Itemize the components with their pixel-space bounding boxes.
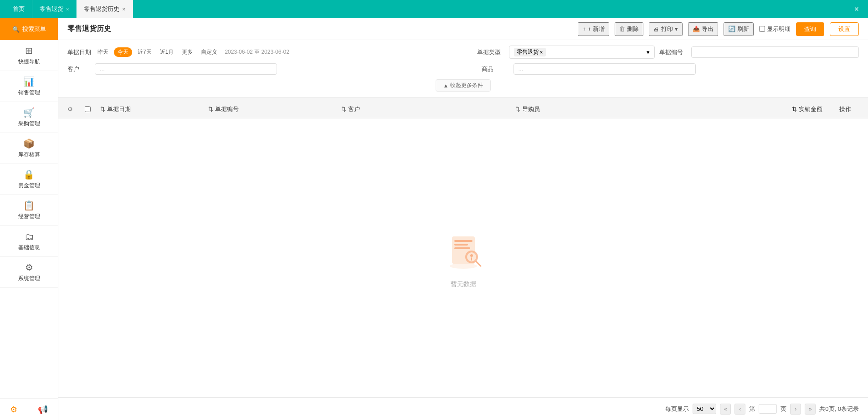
tab-retail-return-label: 零售退货 [40, 5, 63, 13]
show-detail-checkbox[interactable] [759, 26, 765, 32]
th-guide[interactable]: ⇅ 导购员 [511, 105, 644, 113]
th-guide-label: 导购员 [522, 105, 540, 113]
th-action-label: 操作 [839, 105, 851, 113]
type-tag-close[interactable]: × [540, 49, 543, 56]
pagination: 每页显示 50 20 100 « ‹ 第 1 页 › » 共0页, 0条记录 [58, 397, 868, 420]
type-filter-label: 单据类型 [477, 48, 504, 56]
filter-area: 单据日期 昨天 今天 近7天 近1月 更多 自定义 2023-06-02 至 2… [58, 40, 868, 97]
sidebar-item-sales-mgmt[interactable]: 📊 销售管理 [0, 71, 58, 102]
page-unit: 页 [781, 405, 786, 413]
date-today[interactable]: 今天 [114, 47, 132, 57]
search-icon: 🔍 [12, 26, 20, 33]
tab-retail-return-history[interactable]: 零售退货历史 × [77, 0, 133, 18]
tab-retail-return-close[interactable]: × [66, 6, 69, 12]
page-prev-button[interactable]: ‹ [734, 404, 745, 415]
sidebar-search[interactable]: 🔍 搜索菜单 [0, 18, 58, 40]
svg-point-8 [470, 254, 473, 257]
collapse-button[interactable]: ▲ 收起更多条件 [436, 79, 491, 92]
customer-filter-label: 客户 [67, 65, 95, 73]
export-icon: 📤 [693, 26, 700, 32]
th-num-label: 单据编号 [215, 105, 239, 113]
filter-row-2: 客户 ... 商品 ... [67, 63, 859, 75]
svg-point-0 [450, 263, 477, 269]
num-filter-label: 单据编号 [659, 48, 687, 56]
total-info: 共0页, 0条记录 [819, 405, 859, 413]
refresh-button[interactable]: 🔄 刷新 [724, 22, 754, 36]
export-button[interactable]: 📤 导出 [688, 22, 718, 36]
per-page-select[interactable]: 50 20 100 [693, 404, 716, 414]
sidebar-search-label: 搜索菜单 [22, 25, 46, 33]
th-checkbox[interactable] [79, 106, 96, 112]
type-filter-select[interactable]: 零售退货 × ▾ [509, 46, 655, 59]
date-week[interactable]: 近7天 [135, 47, 154, 57]
th-amount[interactable]: ⇅ 实销金额 [735, 105, 827, 113]
sidebar-item-quick-nav[interactable]: ⊞ 快捷导航 [0, 40, 58, 71]
customer-filter-select[interactable]: ... [95, 63, 277, 75]
tab-home[interactable]: 首页 [5, 0, 32, 18]
sidebar-item-quick-nav-label: 快捷导航 [18, 58, 40, 66]
sys-icon: ⚙ [25, 262, 33, 273]
sidebar-item-basic-info[interactable]: 🗂 基础信息 [0, 226, 58, 257]
date-more[interactable]: 更多 [179, 47, 195, 57]
quick-nav-icon: ⊞ [25, 45, 33, 56]
sidebar-item-inventory[interactable]: 📦 库存核算 [0, 133, 58, 164]
type-select-chevron: ▾ [647, 49, 650, 56]
empty-state: 暂无数据 [58, 118, 868, 397]
num-filter-input[interactable] [691, 46, 859, 58]
finance-icon: 🔒 [23, 169, 35, 180]
sidebar-item-sys-label: 系统管理 [18, 275, 40, 282]
inventory-icon: 📦 [23, 138, 35, 149]
settings-button[interactable]: 设置 [830, 22, 859, 36]
print-button[interactable]: 🖨 打印 ▾ [649, 22, 683, 36]
goods-filter-label: 商品 [482, 65, 509, 73]
print-icon: 🖨 [653, 26, 659, 32]
tab-retail-return-history-close[interactable]: × [122, 6, 125, 12]
customer-placeholder: ... [100, 66, 105, 72]
sidebar-item-sales-label: 销售管理 [18, 89, 40, 97]
page-next-button[interactable]: › [790, 404, 801, 415]
content-area: 零售退货历史 + + 新增 🗑 删除 🖨 打印 ▾ 📤 导出 [58, 18, 868, 420]
query-button[interactable]: 查询 [796, 22, 824, 36]
th-date[interactable]: ⇅ 单据日期 [96, 105, 204, 113]
top-bar: 首页 零售退货 × 零售退货历史 × × [0, 0, 868, 18]
table-area: ⚙ ⇅ 单据日期 ⇅ 单据编号 ⇅ 客户 ⇅ 导购员 [58, 100, 868, 420]
tab-retail-return[interactable]: 零售退货 × [32, 0, 77, 18]
goods-filter-select[interactable]: ... [514, 63, 696, 75]
page-last-button[interactable]: » [805, 404, 816, 415]
th-amount-sort-icon: ⇅ [792, 106, 797, 113]
sidebar-item-purchase-mgmt[interactable]: 🛒 采购管理 [0, 102, 58, 133]
window-close-button[interactable]: × [850, 5, 863, 14]
th-number[interactable]: ⇅ 单据编号 [204, 105, 337, 113]
date-month[interactable]: 近1月 [157, 47, 177, 57]
table-header: ⚙ ⇅ 单据日期 ⇅ 单据编号 ⇅ 客户 ⇅ 导购员 [58, 100, 868, 118]
date-yesterday[interactable]: 昨天 [95, 47, 111, 57]
collapse-label: 收起更多条件 [450, 82, 483, 89]
sidebar-settings-icon[interactable]: ⚙ [10, 405, 17, 415]
page-first-button[interactable]: « [720, 404, 731, 415]
sidebar-item-ops[interactable]: 📋 经营管理 [0, 195, 58, 226]
page-title: 零售退货历史 [67, 24, 578, 34]
select-all-checkbox[interactable] [85, 106, 91, 112]
th-customer-sort-icon: ⇅ [341, 106, 346, 113]
date-custom[interactable]: 自定义 [198, 47, 220, 57]
tab-home-label: 首页 [13, 5, 25, 13]
delete-button[interactable]: 🗑 删除 [615, 22, 643, 36]
date-range-display: 2023-06-02 至 2023-06-02 [225, 48, 289, 56]
th-num-sort-icon: ⇅ [208, 106, 213, 113]
empty-icon [441, 227, 486, 273]
svg-rect-2 [454, 240, 473, 242]
sidebar-item-sys-mgmt[interactable]: ⚙ 系统管理 [0, 257, 58, 288]
th-customer[interactable]: ⇅ 客户 [337, 105, 511, 113]
page-number-input[interactable]: 1 [759, 404, 777, 414]
th-amount-label: 实销金额 [799, 105, 822, 113]
show-detail-checkbox-label[interactable]: 显示明细 [759, 25, 791, 33]
sidebar-item-inventory-label: 库存核算 [18, 151, 40, 159]
sidebar-item-finance[interactable]: 🔒 资金管理 [0, 164, 58, 195]
sidebar-item-finance-label: 资金管理 [18, 182, 40, 190]
date-filter-label: 单据日期 [67, 48, 95, 56]
new-button[interactable]: + + 新增 [578, 22, 609, 36]
svg-rect-4 [454, 247, 470, 249]
sidebar-speaker-icon[interactable]: 📢 [38, 405, 48, 415]
th-settings[interactable]: ⚙ [63, 106, 79, 113]
filter-row-1: 单据日期 昨天 今天 近7天 近1月 更多 自定义 2023-06-02 至 2… [67, 46, 859, 59]
